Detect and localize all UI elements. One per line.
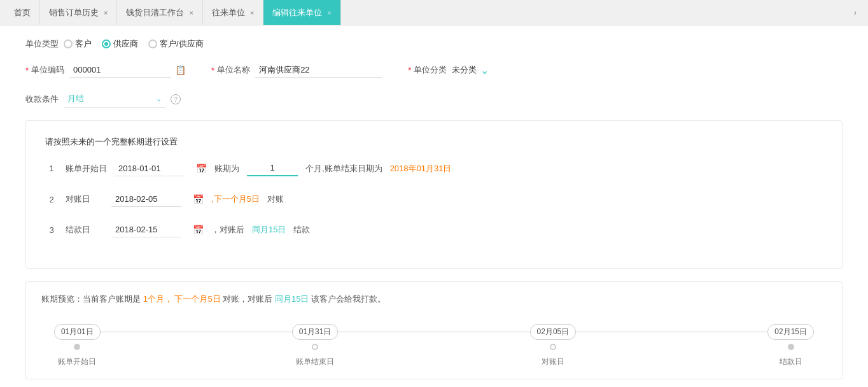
timeline-dot-0 bbox=[74, 344, 80, 350]
radio-both[interactable]: 客户/供应商 bbox=[148, 38, 204, 50]
name-star: * bbox=[211, 66, 214, 75]
payment-arrow-icon: ⌄ bbox=[156, 95, 162, 103]
start-date-input[interactable] bbox=[115, 161, 185, 176]
payment-value: 月结 bbox=[67, 93, 156, 104]
tab-cash-work-label: 钱货日清工作台 bbox=[126, 7, 184, 18]
cat-value: 未分类 bbox=[452, 64, 477, 76]
unit-type-radio-group: 客户 供应商 客户/供应商 bbox=[64, 38, 204, 50]
tab-edit-partner[interactable]: 编辑往来单位 × bbox=[263, 0, 340, 25]
setting-label-2: 对账日 bbox=[66, 194, 104, 205]
name-group: * 单位名称 bbox=[211, 62, 382, 78]
setting-row-3: 3 结款日 📅 ，对账后 同月15日 结款 bbox=[45, 222, 823, 237]
preview-highlight2: 同月15日 bbox=[275, 294, 309, 304]
setting-row-2: 2 对账日 📅 ,下一个月5日 对账 bbox=[45, 192, 823, 207]
tab-partner[interactable]: 往来单位 × bbox=[203, 0, 263, 25]
period-mid-text: 账期为 bbox=[214, 163, 239, 174]
start-date-cal-icon[interactable]: 📅 bbox=[196, 164, 207, 174]
timeline-dot-2 bbox=[550, 344, 556, 350]
name-label: 单位名称 bbox=[217, 64, 250, 76]
unit-type-label: 单位类型 bbox=[25, 38, 59, 50]
timeline: 01月01日 账单开始日 01月31日 账单结束日 02月05日 对账日 02月… bbox=[41, 324, 827, 367]
code-label: 单位编码 bbox=[31, 64, 64, 76]
timeline-dot-3 bbox=[788, 344, 794, 350]
payment-date-input[interactable] bbox=[111, 222, 181, 237]
tab-cash-work-close[interactable]: × bbox=[189, 9, 193, 17]
setting-num-1: 1 bbox=[45, 164, 58, 173]
radio-both-circle bbox=[148, 39, 157, 48]
tab-sales-history[interactable]: 销售订单历史 × bbox=[40, 0, 117, 25]
timeline-dot-1 bbox=[312, 344, 318, 350]
radio-customer-circle bbox=[64, 39, 73, 48]
payment-label: 收款条件 bbox=[25, 94, 59, 105]
radio-customer-label: 客户 bbox=[75, 38, 92, 50]
radio-supplier-label: 供应商 bbox=[113, 38, 138, 50]
payment-row: 收款条件 月结 ⌄ ? bbox=[25, 90, 843, 108]
timeline-badge-1: 01月31日 bbox=[292, 324, 339, 340]
setting-label-3: 结款日 bbox=[66, 224, 104, 236]
timeline-badge-2: 02月05日 bbox=[530, 324, 577, 340]
code-copy-icon[interactable]: 📋 bbox=[175, 65, 186, 75]
payment-cal-icon[interactable]: 📅 bbox=[193, 225, 204, 235]
radio-customer[interactable]: 客户 bbox=[64, 38, 92, 50]
tab-sales-history-label: 销售订单历史 bbox=[49, 7, 99, 18]
end-date-highlight: 2018年01月31日 bbox=[390, 163, 452, 174]
preview-text: 账期预览：当前客户账期是 1个月， 下一个月5日 对账，对账后 同月15日 该客… bbox=[41, 293, 827, 305]
payment-suffix-text: ，对账后 bbox=[211, 224, 244, 236]
settings-box: 请按照未来的一个完整帐期进行设置 1 账单开始日 📅 账期为 个月,账单结束日期… bbox=[25, 120, 843, 269]
tab-home-label: 首页 bbox=[14, 7, 31, 18]
radio-supplier-circle bbox=[102, 39, 111, 48]
timeline-item-1: 01月31日 账单结束日 bbox=[292, 324, 339, 367]
tab-home[interactable]: 首页 bbox=[5, 0, 40, 25]
reconcile-cal-icon[interactable]: 📅 bbox=[193, 194, 204, 204]
payment-suffix-text2: 结款 bbox=[293, 224, 310, 236]
setting-row-1: 1 账单开始日 📅 账期为 个月,账单结束日期为 2018年01月31日 bbox=[45, 160, 823, 176]
timeline-label-2: 对账日 bbox=[542, 356, 564, 367]
timeline-item-0: 01月01日 账单开始日 bbox=[54, 324, 101, 367]
timeline-label-1: 账单结束日 bbox=[296, 356, 334, 367]
preview-highlight1: 1个月， bbox=[143, 294, 172, 304]
period-input[interactable] bbox=[247, 160, 298, 176]
preview-box: 账期预览：当前客户账期是 1个月， 下一个月5日 对账，对账后 同月15日 该客… bbox=[25, 281, 843, 379]
timeline-label-0: 账单开始日 bbox=[58, 356, 96, 367]
name-input[interactable] bbox=[255, 62, 382, 78]
period-unit-text: 个月,账单结束日期为 bbox=[305, 163, 382, 174]
tab-partner-label: 往来单位 bbox=[212, 7, 245, 18]
preview-suffix: 该客户会给我打款。 bbox=[311, 294, 386, 304]
tab-cash-work[interactable]: 钱货日清工作台 × bbox=[117, 0, 202, 25]
radio-both-label: 客户/供应商 bbox=[160, 38, 204, 50]
reconcile-date-input[interactable] bbox=[111, 192, 181, 207]
preview-mid: 下一个月5日 bbox=[174, 294, 220, 304]
timeline-item-3: 02月15日 结款日 bbox=[767, 324, 814, 367]
payment-dropdown[interactable]: 月结 ⌄ bbox=[64, 90, 165, 108]
setting-label-1: 账单开始日 bbox=[66, 163, 107, 174]
code-group: * 单位编码 📋 bbox=[25, 62, 186, 78]
tab-partner-close[interactable]: × bbox=[250, 9, 254, 17]
cat-dropdown[interactable]: 未分类 ⌄ bbox=[452, 64, 489, 76]
cat-star: * bbox=[408, 66, 411, 75]
payment-help-icon[interactable]: ? bbox=[171, 94, 181, 104]
cat-label: 单位分类 bbox=[414, 64, 447, 76]
preview-prefix: 账期预览：当前客户账期是 bbox=[41, 294, 141, 304]
radio-supplier[interactable]: 供应商 bbox=[102, 38, 138, 50]
reconcile-suffix: 对账 bbox=[267, 194, 284, 205]
info-row: * 单位编码 📋 * 单位名称 * 单位分类 未分类 ⌄ bbox=[25, 62, 843, 78]
unit-type-row: 单位类型 客户 供应商 客户/供应商 bbox=[25, 38, 843, 50]
timeline-badge-0: 01月01日 bbox=[54, 324, 101, 340]
cat-arrow-icon: ⌄ bbox=[480, 64, 489, 76]
code-input[interactable] bbox=[69, 62, 171, 78]
timeline-label-3: 结款日 bbox=[780, 356, 802, 367]
setting-num-2: 2 bbox=[45, 195, 58, 204]
reconcile-highlight: ,下一个月5日 bbox=[211, 194, 260, 205]
tab-sales-history-close[interactable]: × bbox=[104, 9, 108, 17]
settings-title: 请按照未来的一个完整帐期进行设置 bbox=[45, 136, 823, 148]
main-content: 单位类型 客户 供应商 客户/供应商 * 单位编码 📋 * 单位名称 bbox=[0, 25, 868, 387]
timeline-item-2: 02月05日 对账日 bbox=[530, 324, 577, 367]
payment-highlight: 同月15日 bbox=[252, 224, 286, 236]
timeline-line bbox=[54, 332, 814, 332]
tab-edit-partner-close[interactable]: × bbox=[327, 9, 331, 17]
tab-edit-partner-label: 编辑往来单位 bbox=[272, 7, 322, 18]
code-star: * bbox=[25, 66, 29, 75]
tab-bar: 首页 销售订单历史 × 钱货日清工作台 × 往来单位 × 编辑往来单位 × › bbox=[0, 0, 868, 25]
setting-num-3: 3 bbox=[45, 225, 58, 235]
tab-more-button[interactable]: › bbox=[848, 8, 863, 17]
